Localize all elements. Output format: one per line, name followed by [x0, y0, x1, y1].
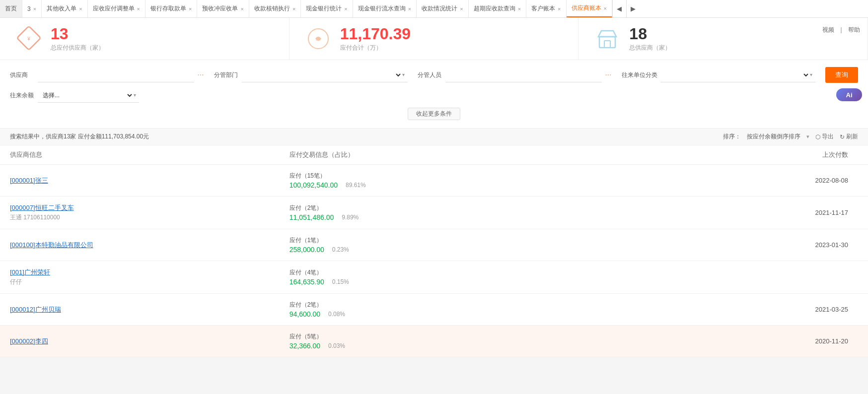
stat-total-suppliers: 18 总供应商（家）: [579, 18, 868, 60]
nav-tab-other-income[interactable]: 其他收入单 ×: [42, 0, 87, 17]
sort-value[interactable]: 按应付余额倒序排序: [747, 132, 800, 141]
supplier-cell: [000012]广州贝瑞: [10, 305, 289, 314]
nav-tab-cash-stats[interactable]: 现金银行统计 ×: [301, 0, 353, 17]
transaction-cell: 应付（15笔） 100,092,540.00 89.61%: [289, 172, 625, 189]
supplier-cell: [000100]本特勤油品有限公司: [10, 241, 289, 250]
close-icon[interactable]: ×: [79, 6, 82, 12]
nav-tab-other-income-label: 其他收入单: [47, 4, 76, 13]
nav-tab-bank[interactable]: 银行存取款单 ×: [145, 0, 197, 17]
category-select[interactable]: ▾: [660, 67, 816, 82]
person-dots-icon[interactable]: ···: [605, 70, 611, 79]
tx-amount-row: 258,000.00 0.23%: [289, 246, 625, 254]
tx-pct: 0.03%: [328, 342, 345, 349]
svg-text:米: 米: [316, 36, 321, 42]
dept-select[interactable]: ▾: [242, 67, 408, 82]
person-input[interactable]: [445, 67, 602, 82]
tx-amount[interactable]: 94,600.00: [289, 310, 320, 318]
query-button[interactable]: 查询: [825, 67, 858, 83]
sort-label: 排序：: [723, 132, 741, 141]
chevron-down-icon: ▾: [134, 92, 136, 98]
close-icon[interactable]: ×: [137, 6, 140, 12]
supplier-cell: [000007]恒旺二手叉车 王通 17106110000: [10, 203, 289, 222]
nav-prev-arrow[interactable]: ◀: [612, 0, 626, 17]
export-button[interactable]: ⬡ 导出: [815, 132, 834, 141]
stat-total-payable: 米 11,170.39 应付合计（万）: [289, 18, 579, 60]
tx-label: 应付（1笔）: [289, 236, 625, 245]
supplier-link[interactable]: [000002]李四: [10, 337, 289, 346]
nav-tab-cash-stats-label: 现金银行统计: [306, 4, 342, 13]
nav-tab-collection-label: 收款核销执行: [254, 4, 290, 13]
supplier-filter-label: 供应商: [10, 71, 35, 79]
supplier-input[interactable]: [38, 67, 194, 82]
tx-amount[interactable]: 164,635.90: [289, 278, 324, 286]
transaction-cell: 应付（2笔） 94,600.00 0.08%: [289, 301, 625, 318]
table-row: [000007]恒旺二手叉车 王通 17106110000 应付（2笔） 11,…: [0, 197, 868, 229]
chevron-down-icon: ▾: [810, 72, 812, 77]
tx-amount-row: 164,635.90 0.15%: [289, 278, 625, 286]
stat-payable-text: 13 总应付供应商（家）: [51, 26, 104, 52]
dept-select-input[interactable]: [245, 71, 403, 79]
table-row: [000002]李四 应付（5笔） 32,366.00 0.03% 2020-1…: [0, 326, 868, 357]
nav-tab-home[interactable]: 首页: [0, 0, 22, 17]
tx-pct: 0.08%: [328, 311, 345, 318]
refresh-button[interactable]: ↻ 刷新: [840, 132, 858, 141]
category-select-input[interactable]: [663, 71, 810, 79]
balance-select[interactable]: 选择... ▾: [38, 88, 139, 103]
supplier-filter: 供应商 ···: [10, 67, 204, 82]
help-link[interactable]: 帮助: [848, 26, 860, 34]
close-icon[interactable]: ×: [240, 6, 243, 12]
nav-tab-customer-account[interactable]: 客户账本 ×: [526, 0, 566, 17]
close-icon[interactable]: ×: [558, 6, 561, 12]
tx-amount[interactable]: 100,092,540.00: [289, 181, 338, 189]
close-icon[interactable]: ×: [292, 6, 295, 12]
close-icon[interactable]: ×: [189, 6, 192, 12]
tx-amount[interactable]: 258,000.00: [289, 246, 324, 254]
lastpay-cell: 2021-03-25: [625, 306, 858, 313]
ai-badge[interactable]: Ai: [836, 88, 862, 101]
supplier-link[interactable]: [000100]本特勤油品有限公司: [10, 241, 289, 250]
nav-tab-cash-flow[interactable]: 现金银行流水查询 ×: [353, 0, 417, 17]
tx-label: 应付（15笔）: [289, 172, 625, 180]
supplier-link[interactable]: [000001]张三: [10, 176, 289, 185]
stat-total-payable-label: 应付合计（万）: [340, 44, 411, 52]
close-icon[interactable]: ×: [33, 6, 36, 12]
nav-tab-collection-stats[interactable]: 收款情况统计 ×: [417, 0, 468, 17]
results-summary: 搜索结果中，供应商13家 应付金额111,703,854.00元: [10, 132, 149, 141]
tx-label: 应付（2笔）: [289, 301, 625, 309]
nav-tab-cash-flow-label: 现金银行流水查询: [358, 4, 406, 13]
close-icon[interactable]: ×: [518, 6, 521, 12]
tx-pct: 0.15%: [332, 278, 349, 285]
nav-tab-overdue[interactable]: 超期应收款查询 ×: [469, 0, 526, 17]
supplier-dots-icon[interactable]: ···: [197, 70, 204, 79]
nav-tab-collection[interactable]: 收款核销执行 ×: [249, 0, 301, 17]
nav-next-arrow[interactable]: ▶: [626, 0, 640, 17]
supplier-link[interactable]: [000007]恒旺二手叉车: [10, 203, 289, 212]
dept-filter-label: 分管部门: [214, 71, 239, 79]
nav-tab-adjustment-label: 应收应付调整单: [93, 4, 135, 13]
nav-tab-adjustment[interactable]: 应收应付调整单 ×: [88, 0, 145, 17]
stat-total-payable-text: 11,170.39 应付合计（万）: [340, 26, 411, 52]
tx-pct: 0.23%: [332, 246, 349, 253]
nav-tab-prepay[interactable]: 预收冲应收单 ×: [197, 0, 249, 17]
stat-total-payable-number: 11,170.39: [340, 26, 411, 42]
lastpay-cell: 2023-01-30: [625, 241, 858, 249]
lastpay-cell: 2020-11-20: [625, 337, 858, 345]
balance-select-input[interactable]: 选择...: [41, 91, 134, 99]
tx-amount[interactable]: 32,366.00: [289, 342, 320, 350]
collapse-button[interactable]: 收起更多条件: [408, 108, 460, 120]
nav-tab-prepay-label: 预收冲应收单: [202, 4, 238, 13]
close-icon[interactable]: ×: [604, 5, 607, 11]
supplier-link[interactable]: [000012]广州贝瑞: [10, 305, 289, 314]
close-icon[interactable]: ×: [408, 6, 411, 12]
svg-rect-4: [599, 37, 615, 48]
nav-tab-3-label: 3: [27, 5, 31, 12]
close-icon[interactable]: ×: [460, 6, 463, 12]
filter-area: 供应商 ··· 分管部门 ▾ 分管人员 ··· 往来单位分类 ▾ 查询 往来: [0, 60, 868, 129]
video-link[interactable]: 视频: [822, 26, 834, 34]
nav-tab-3[interactable]: 3 ×: [22, 0, 42, 17]
close-icon[interactable]: ×: [344, 6, 347, 12]
nav-tab-supplier-account[interactable]: 供应商账本 ×: [567, 0, 612, 17]
nav-tab-bank-label: 银行存取款单: [150, 4, 186, 13]
tx-amount[interactable]: 11,051,486.00: [289, 213, 334, 221]
supplier-link[interactable]: [001]广州荣轩: [10, 268, 289, 277]
